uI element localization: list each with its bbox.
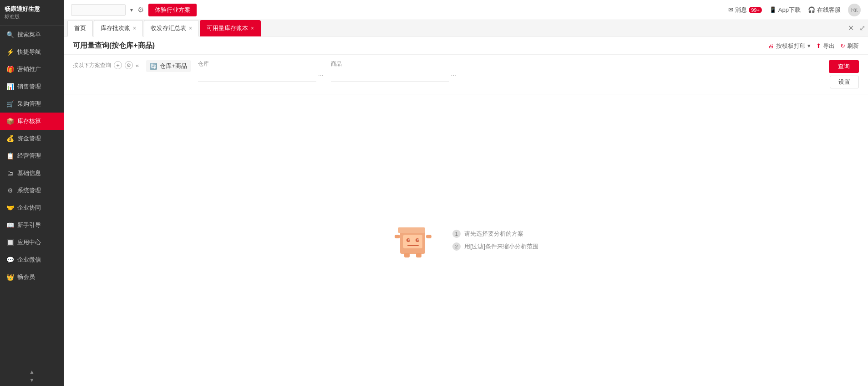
product-input[interactable]	[331, 69, 449, 82]
export-btn[interactable]: ⬆ 导出	[816, 42, 835, 50]
sidebar-scroll-btns: ▲ ▼	[0, 366, 64, 386]
warehouse-dots-btn[interactable]: ···	[318, 72, 324, 79]
online-service-btn[interactable]: 🎧 在线客服	[808, 6, 841, 14]
sidebar-item-basics[interactable]: 🗂 基础信息	[0, 165, 64, 182]
new-guide-icon: 📖	[6, 221, 14, 229]
svg-rect-10	[404, 253, 410, 257]
empty-state: 1 请先选择要分析的方案 2 用[过滤]条件来缩小分析范围	[64, 94, 868, 386]
window-close-btn[interactable]: ✕	[848, 24, 854, 32]
app-center-icon: 🔲	[6, 239, 14, 246]
query-button[interactable]: 查询	[829, 60, 859, 73]
sidebar: 畅康通好生意 标准版 🔍 搜索菜单 ⚡ 快捷导航 🎁 营销推广 📊 销售管理 🛒…	[0, 0, 64, 386]
sidebar-item-label-search: 搜索菜单	[17, 31, 41, 39]
export-label: 导出	[823, 42, 835, 50]
sidebar-item-operations[interactable]: 📋 经营管理	[0, 147, 64, 165]
sidebar-item-marketing[interactable]: 🎁 营销推广	[0, 61, 64, 78]
enterprise-icon: 🤝	[6, 204, 14, 211]
print-dropdown-icon[interactable]: ▾	[807, 42, 811, 49]
sidebar-item-sales[interactable]: 📊 销售管理	[0, 78, 64, 95]
tab-collect-account[interactable]: 收发存汇总表×	[144, 20, 199, 36]
app-download-label: App下载	[778, 6, 801, 14]
svg-rect-8	[395, 235, 400, 238]
tab-batch-account[interactable]: 库存批次账×	[94, 20, 143, 36]
sidebar-item-member[interactable]: 👑 畅会员	[0, 268, 64, 286]
filter-add-btn[interactable]: +	[114, 61, 122, 69]
page-title: 可用量查询(按仓库+商品)	[73, 41, 155, 51]
svg-rect-9	[426, 235, 431, 238]
empty-hint-1: 1 请先选择要分析的方案	[452, 230, 538, 238]
empty-text-list: 1 请先选择要分析的方案 2 用[过滤]条件来缩小分析范围	[452, 230, 538, 251]
sidebar-item-app-center[interactable]: 🔲 应用中心	[0, 234, 64, 251]
app-download-btn[interactable]: 📱 App下载	[769, 6, 801, 14]
page-header: 可用量查询(按仓库+商品) 🖨 按模板打印 ▾ ⬆ 导出 ↻ 刷新	[64, 36, 868, 55]
tab-label-collect-account: 收发存汇总表	[151, 24, 186, 32]
empty-illustration	[393, 217, 439, 263]
topbar-dropdown-btn[interactable]: ▾	[130, 7, 133, 13]
message-icon: ✉	[728, 6, 733, 13]
user-label: Rit	[851, 7, 858, 13]
sidebar-item-new-guide[interactable]: 📖 新手引导	[0, 216, 64, 234]
basics-icon: 🗂	[6, 170, 14, 177]
message-btn[interactable]: ✉ 消息 99+	[728, 6, 762, 14]
filter-fields: 仓库 ··· 商品 ···	[198, 60, 822, 82]
topbar-gear-icon[interactable]: ⚙	[137, 5, 144, 14]
sidebar-item-system[interactable]: ⚙ 系统管理	[0, 182, 64, 199]
filter-settings-btn[interactable]: ⚙	[125, 61, 133, 69]
topbar-search-input[interactable]	[71, 4, 126, 16]
enterprise-wechat-icon: 💬	[6, 256, 14, 263]
trial-industry-button[interactable]: 体验行业方案	[148, 4, 197, 16]
sidebar-item-inventory[interactable]: 📦 库存核算	[0, 113, 64, 130]
tab-close-collect-account[interactable]: ×	[189, 25, 192, 31]
brand-name: 畅康通好生意	[5, 5, 59, 13]
inventory-icon: 📦	[6, 118, 14, 125]
filter-collapse-btn[interactable]: «	[136, 62, 139, 69]
sidebar-item-enterprise-wechat[interactable]: 💬 企业微信	[0, 251, 64, 268]
sidebar-item-label-enterprise: 企业协同	[17, 204, 41, 212]
settings-button[interactable]: 设置	[830, 76, 859, 88]
sidebar-item-label-operations: 经营管理	[17, 152, 41, 160]
empty-illustration-svg	[393, 217, 434, 258]
sidebar-item-enterprise[interactable]: 🤝 企业协同	[0, 199, 64, 216]
print-icon: 🖨	[768, 42, 774, 49]
sidebar-scroll-down[interactable]: ▼	[28, 376, 36, 384]
filter-action-btns: 查询 设置	[829, 60, 859, 88]
sidebar-item-label-quick-nav: 快捷导航	[17, 48, 41, 56]
refresh-label: 刷新	[847, 42, 859, 50]
sidebar-item-search[interactable]: 🔍 搜索菜单	[0, 26, 64, 43]
filter-scheme-warehouse-product[interactable]: 🔄 仓库+商品	[146, 60, 191, 72]
filter-area: 按以下方案查询 + ⚙ « 🔄 仓库+商品 仓库 ···	[64, 55, 868, 94]
print-label: 按模板打印	[776, 42, 806, 50]
filter-scheme-icon: 🔄	[150, 63, 157, 70]
window-expand-btn[interactable]: ⤢	[857, 24, 868, 32]
brand-sub: 标准版	[5, 13, 59, 20]
tab-close-available-stock[interactable]: ×	[251, 25, 254, 31]
filter-schemes: 🔄 仓库+商品	[146, 60, 191, 72]
sidebar-item-finance[interactable]: 💰 资金管理	[0, 130, 64, 147]
page-content: 可用量查询(按仓库+商品) 🖨 按模板打印 ▾ ⬆ 导出 ↻ 刷新	[64, 36, 868, 386]
sidebar-item-purchase[interactable]: 🛒 采购管理	[0, 95, 64, 113]
filter-scheme-label: 按以下方案查询 + ⚙ «	[73, 60, 139, 69]
sidebar-item-quick-nav[interactable]: ⚡ 快捷导航	[0, 43, 64, 61]
product-dots-btn[interactable]: ···	[451, 72, 457, 79]
system-icon: ⚙	[6, 187, 14, 194]
tabbar: 首页库存批次账×收发存汇总表×可用量库存账本×✕ ⤢	[64, 20, 868, 36]
refresh-btn[interactable]: ↻ 刷新	[840, 42, 859, 50]
tab-label-available-stock: 可用量库存账本	[207, 24, 248, 32]
message-badge: 99+	[749, 7, 762, 13]
sidebar-header: 畅康通好生意 标准版	[0, 0, 64, 26]
warehouse-input[interactable]	[198, 69, 316, 82]
tab-close-batch-account[interactable]: ×	[133, 25, 136, 31]
refresh-icon: ↻	[840, 42, 845, 49]
purchase-icon: 🛒	[6, 100, 14, 108]
tab-available-stock[interactable]: 可用量库存账本×	[200, 20, 261, 36]
sidebar-scroll-up[interactable]: ▲	[28, 368, 36, 376]
product-input-wrap: ···	[331, 69, 457, 82]
svg-rect-1	[398, 227, 425, 233]
svg-point-5	[408, 239, 410, 241]
print-template-btn[interactable]: 🖨 按模板打印 ▾	[768, 42, 811, 50]
user-avatar[interactable]: Rit	[848, 4, 861, 16]
tab-home[interactable]: 首页	[67, 20, 93, 36]
empty-hint-2: 2 用[过滤]条件来缩小分析范围	[452, 242, 538, 251]
svg-point-6	[417, 239, 419, 241]
svg-rect-11	[416, 253, 421, 257]
